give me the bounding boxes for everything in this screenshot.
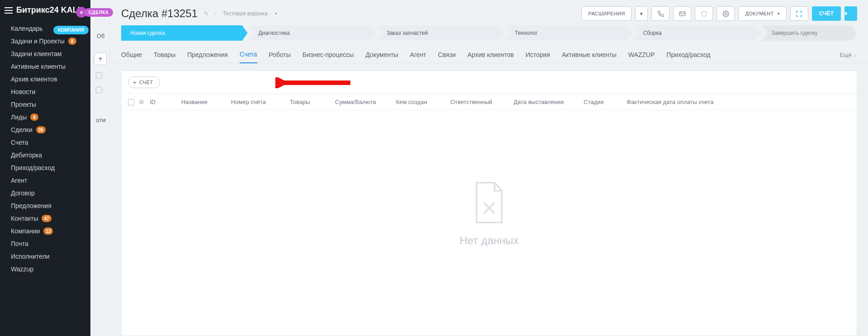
tab[interactable]: Бизнес-процессы bbox=[302, 47, 354, 63]
sidebar-item[interactable]: Задачи и Проекты8 bbox=[0, 35, 90, 47]
table-header: ⚙IDНазваниеНомер счётаТоварыСумма/Валюта… bbox=[122, 94, 857, 110]
sidebar-item[interactable]: Исполнители bbox=[0, 250, 90, 263]
svg-point-2 bbox=[725, 13, 727, 14]
sidebar-menu: КалендарьЗадачи и Проекты8Задачи клиента… bbox=[0, 20, 90, 277]
gear-icon[interactable] bbox=[717, 6, 735, 21]
sidebar-item-label: Дебиторка bbox=[11, 151, 42, 159]
account-button[interactable]: СЧЁТ bbox=[812, 6, 841, 21]
tab[interactable]: Счета bbox=[240, 47, 257, 63]
tab[interactable]: Архив клиентов bbox=[467, 47, 514, 63]
tabs-more[interactable]: Ещё⌄ bbox=[840, 52, 857, 58]
panel-toolbar: + СЧЁТ bbox=[122, 71, 857, 94]
company-pill[interactable]: КОМПАНИЯ bbox=[53, 26, 89, 34]
column-header[interactable]: Название bbox=[181, 99, 231, 105]
sidebar-item-label: Приход/расход bbox=[11, 164, 55, 171]
checkbox[interactable] bbox=[96, 87, 102, 93]
sidebar-item[interactable]: Счета bbox=[0, 136, 90, 149]
hamburger-icon[interactable] bbox=[5, 7, 13, 14]
account-caret[interactable]: ▾ bbox=[844, 6, 857, 21]
pencil-icon[interactable]: ✎ bbox=[204, 10, 208, 17]
column-header[interactable]: Сумма/Валюта bbox=[335, 99, 396, 105]
sidebar-item[interactable]: Новости bbox=[0, 85, 90, 98]
sidebar-item[interactable]: Архив клиентов bbox=[0, 73, 90, 85]
phone-icon[interactable] bbox=[651, 6, 670, 21]
sidebar-item[interactable]: Контакты47 bbox=[0, 212, 90, 225]
sidebar-item-label: Почта bbox=[11, 240, 28, 247]
empty-state: Нет данных bbox=[122, 110, 857, 336]
select-all-checkbox[interactable] bbox=[128, 99, 134, 105]
arrow-annotation bbox=[275, 77, 352, 88]
add-invoice-button[interactable]: + СЧЁТ bbox=[128, 76, 160, 88]
chevron-down-icon: ▾ bbox=[778, 11, 780, 16]
sidebar-item[interactable]: Задачи клиентам bbox=[0, 47, 90, 60]
sidebar-item[interactable]: Договор bbox=[0, 187, 90, 199]
tabs-row: ОбщиеТоварыПредложенияСчетаРоботыБизнес-… bbox=[110, 43, 868, 63]
document-button[interactable]: ДОКУМЕНТ ▾ bbox=[738, 6, 786, 21]
column-header[interactable]: Фактическая дата оплаты счета bbox=[627, 99, 744, 105]
tab[interactable]: Предложения bbox=[187, 47, 228, 63]
sidebar-item-label: Агент bbox=[11, 177, 27, 184]
column-header[interactable]: Стадия bbox=[584, 99, 627, 105]
sidebar-item[interactable]: Wazzup bbox=[0, 263, 90, 275]
sidebar-item[interactable]: Проекты bbox=[0, 98, 90, 111]
tab[interactable]: WAZZUP bbox=[628, 47, 655, 63]
plus-icon: + bbox=[133, 79, 137, 86]
extensions-caret[interactable]: ▾ bbox=[635, 6, 648, 21]
dot-separator: ● bbox=[215, 12, 217, 15]
tab[interactable]: Приход/расход bbox=[666, 47, 710, 63]
sidebar-item[interactable]: Почта bbox=[0, 237, 90, 250]
tab[interactable]: Роботы bbox=[269, 47, 291, 63]
column-header[interactable]: ID bbox=[150, 99, 181, 105]
sidebar-item-label: Wazzup bbox=[11, 265, 33, 273]
funnel-name[interactable]: Тестовая воронка bbox=[223, 10, 268, 17]
tab[interactable]: Товары bbox=[154, 47, 175, 63]
sidebar-item[interactable]: Дебиторка bbox=[0, 149, 90, 161]
extensions-button[interactable]: РАСШИРЕНИЯ bbox=[581, 6, 632, 21]
sidebar-item[interactable]: Активные клиенты bbox=[0, 60, 90, 73]
tab[interactable]: Связи bbox=[438, 47, 456, 63]
title-actions: РАСШИРЕНИЯ ▾ ДОКУМЕНТ ▾ bbox=[581, 6, 857, 21]
page-title: Сделка #13251 bbox=[121, 7, 198, 20]
sidebar-item[interactable]: Агент bbox=[0, 174, 90, 187]
add-button-small[interactable]: + bbox=[94, 52, 107, 65]
sidebar-item-label: Счета bbox=[11, 139, 28, 146]
table-settings-icon[interactable]: ⚙ bbox=[139, 99, 150, 105]
column-header[interactable]: Дата выставления bbox=[514, 99, 584, 105]
sidebar-item[interactable]: Компании13 bbox=[0, 225, 90, 237]
chat-icon[interactable] bbox=[695, 6, 713, 21]
chevron-down-icon[interactable]: ▾ bbox=[275, 11, 277, 16]
stage-final[interactable]: Завершить сделку bbox=[762, 25, 857, 41]
tab[interactable]: Активные клиенты bbox=[562, 47, 617, 63]
tab[interactable]: История bbox=[525, 47, 550, 63]
title-row: Сделка #13251 ✎ ● Тестовая воронка ▾ РАС… bbox=[110, 0, 868, 25]
tab[interactable]: Общие bbox=[121, 47, 142, 63]
column-header[interactable]: Ответственный bbox=[450, 99, 514, 105]
tab[interactable]: Агент bbox=[410, 47, 426, 63]
counter-badge: 13 bbox=[43, 227, 53, 235]
sidebar-item-label: Архив клиентов bbox=[11, 76, 57, 83]
checkbox[interactable] bbox=[96, 72, 102, 79]
sidebar-item[interactable]: Лиды6 bbox=[0, 111, 90, 123]
column-header[interactable]: Кем создан bbox=[396, 99, 450, 105]
sidebar-item[interactable]: Сделки36 bbox=[0, 123, 90, 136]
sidebar-item-label: Задачи и Проекты bbox=[11, 38, 65, 45]
sidebar-item-label: Проекты bbox=[11, 101, 36, 108]
deal-overlay-pill: × СДЕЛКА bbox=[76, 7, 113, 18]
stage[interactable]: Технолог bbox=[506, 25, 632, 41]
column-header[interactable]: Номер счёта bbox=[231, 99, 290, 105]
sidebar-item-label: Задачи клиентам bbox=[11, 50, 61, 57]
middle-text-bottom: отм bbox=[96, 117, 106, 123]
left-sidebar: Битрикс24 KALI КалендарьЗадачи и Проекты… bbox=[0, 0, 90, 336]
sidebar-item[interactable]: Предложения bbox=[0, 199, 90, 212]
stage[interactable]: Новая сделка bbox=[121, 25, 248, 41]
sidebar-item-label: Договор bbox=[11, 189, 35, 197]
column-header[interactable]: Товары bbox=[290, 99, 335, 105]
stage[interactable]: Сборка bbox=[634, 25, 760, 41]
mail-icon[interactable] bbox=[673, 6, 691, 21]
stage[interactable]: Заказ запчастей bbox=[377, 25, 504, 41]
expand-icon[interactable] bbox=[790, 6, 808, 21]
chevron-down-icon: ⌄ bbox=[854, 53, 857, 57]
stage[interactable]: Диагностика bbox=[250, 25, 376, 41]
tab[interactable]: Документы bbox=[366, 47, 398, 63]
sidebar-item[interactable]: Приход/расход bbox=[0, 161, 90, 174]
